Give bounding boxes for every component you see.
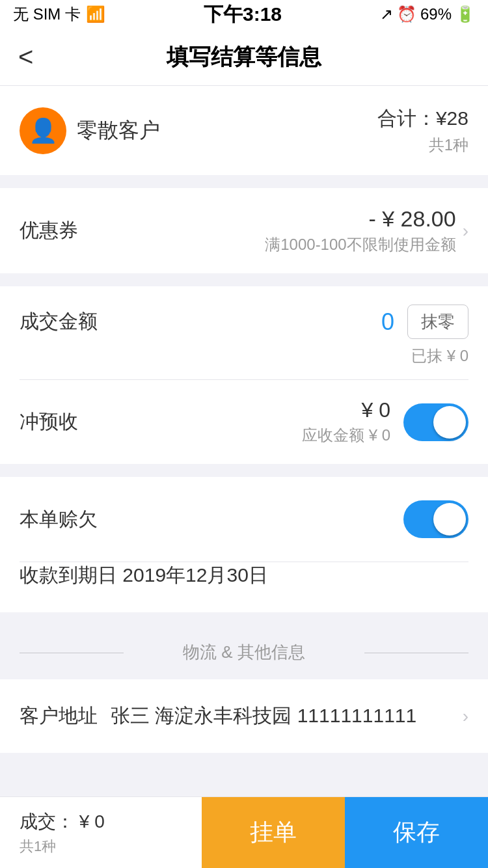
credit-section: 本单赊欠 收款到期日 2019年12月30日 [0,477,488,612]
bottom-info: 成交： ¥ 0 共1种 [0,809,202,856]
wifi-icon: 📶 [86,5,105,23]
address-section[interactable]: 客户地址 张三 海淀永丰科技园 11111111111 › [0,679,488,753]
credit-label: 本单赊欠 [20,506,98,533]
coupon-label: 优惠券 [20,217,78,244]
back-button[interactable]: < [18,42,33,72]
customer-section: 👤 零散客户 合计：¥28 共1种 [0,86,488,175]
deal-amount-row: 成交金额 0 抹零 [20,286,468,346]
customer-right: 合计：¥28 共1种 [377,105,468,156]
nav-bar: < 填写结算等信息 [0,29,488,86]
prepay-info: ¥ 0 应收金额 ¥ 0 [302,398,390,446]
bottom-deal-text: 成交： ¥ 0 [20,809,202,834]
alarm-icon: ⏰ [397,5,416,23]
avatar-icon: 👤 [29,117,58,144]
bottom-deal-label: 成交： [20,811,74,832]
coupon-info: - ¥ 28.00 满1000-100不限制使用金额 [265,206,455,255]
logistics-header: 物流 & 其他信息 [0,625,488,679]
status-bar: 无 SIM 卡 📶 下午3:18 ↗ ⏰ 69% 🔋 [0,0,488,29]
prepay-label: 冲预收 [20,409,78,435]
hold-button[interactable]: 挂单 [202,797,345,869]
bottom-deal-amount: ¥ 0 [79,811,105,832]
credit-toggle[interactable] [403,500,468,538]
credit-row: 本单赊欠 [20,477,468,562]
status-right: ↗ ⏰ 69% 🔋 [380,5,475,23]
prepay-right: ¥ 0 应收金额 ¥ 0 [302,398,468,446]
avatar: 👤 [20,107,66,154]
status-left: 无 SIM 卡 📶 [13,4,105,25]
carrier-text: 无 SIM 卡 [13,4,81,25]
address-label: 客户地址 [20,703,98,729]
customer-info: 👤 零散客户 [20,107,160,154]
bottom-count: 共1种 [20,837,202,856]
coupon-amount: - ¥ 28.00 [265,206,455,232]
save-button[interactable]: 保存 [345,797,488,869]
status-time: 下午3:18 [204,1,282,28]
address-row[interactable]: 客户地址 张三 海淀永丰科技园 11111111111 › [20,679,468,753]
due-date-row: 收款到期日 2019年12月30日 [20,562,468,612]
coupon-desc: 满1000-100不限制使用金额 [265,234,455,255]
divider-4 [0,612,488,625]
divider-1 [0,175,488,188]
customer-total: 合计：¥28 [377,105,468,132]
customer-row: 👤 零散客户 合计：¥28 共1种 [20,86,468,175]
bottom-bar: 成交： ¥ 0 共1种 挂单 保存 [0,796,488,868]
prepay-receivable: 应收金额 ¥ 0 [302,425,390,446]
page-title: 填写结算等信息 [167,42,321,72]
address-value: 张三 海淀永丰科技园 11111111111 [111,703,463,729]
prepay-row: 冲预收 ¥ 0 应收金额 ¥ 0 [20,380,468,464]
credit-toggle-knob [433,503,466,536]
due-date-text: 收款到期日 2019年12月30日 [20,564,268,586]
coupon-chevron-icon: › [463,221,468,241]
divider-3 [0,464,488,477]
deal-amount-value: 0 [381,308,394,336]
address-chevron-icon: › [463,706,468,727]
deal-amount-right: 0 抹零 [381,305,468,339]
coupon-row[interactable]: 优惠券 - ¥ 28.00 满1000-100不限制使用金额 › [20,188,468,273]
round-zero-button[interactable]: 抹零 [407,305,468,339]
customer-name: 零散客户 [77,116,160,145]
coupon-right: - ¥ 28.00 满1000-100不限制使用金额 › [265,206,468,255]
divider-2 [0,273,488,286]
prepay-amount: ¥ 0 [302,398,390,422]
prepay-toggle[interactable] [403,403,468,441]
battery-icon: 🔋 [455,5,475,23]
customer-count: 共1种 [377,135,468,156]
location-icon: ↗ [380,5,393,23]
deal-section: 成交金额 0 抹零 已抹 ¥ 0 冲预收 ¥ 0 应收金额 ¥ 0 [0,286,488,464]
deal-sub-text: 已抹 ¥ 0 [20,346,468,379]
toggle-knob [433,406,466,439]
deal-amount-label: 成交金额 [20,308,98,335]
logistics-header-text: 物流 & 其他信息 [183,642,305,662]
battery-text: 69% [420,5,452,23]
coupon-section[interactable]: 优惠券 - ¥ 28.00 满1000-100不限制使用金额 › [0,188,488,273]
